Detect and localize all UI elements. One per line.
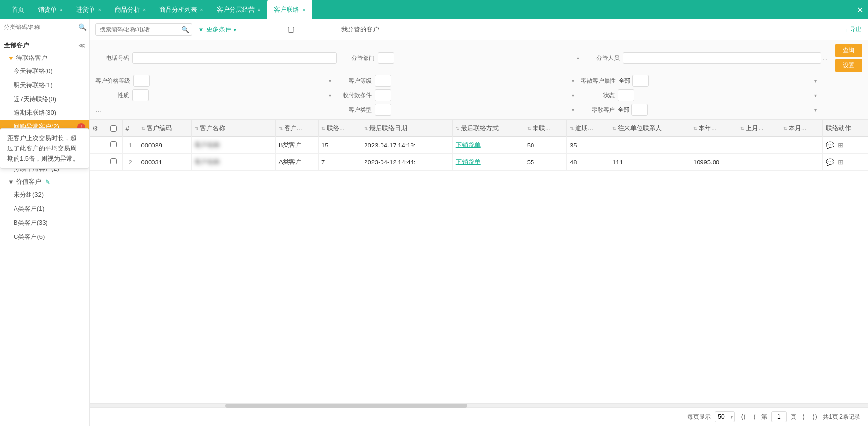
filter-price-label: 客户价格等级 bbox=[95, 77, 130, 85]
th-code[interactable]: ⇅客户编码 bbox=[138, 120, 191, 137]
sidebar-item-c-type[interactable]: C类客户(6) bbox=[0, 230, 89, 244]
manager-dots-button[interactable]: ... bbox=[821, 54, 827, 62]
contact-icon-2[interactable]: 💬 bbox=[826, 158, 834, 166]
my-customers-checkbox[interactable] bbox=[243, 27, 339, 33]
th-unit-contact[interactable]: ⇅往来单位联系人 bbox=[609, 120, 690, 137]
filter-phone-input[interactable] bbox=[132, 52, 337, 64]
search-submit-icon[interactable]: 🔍 bbox=[181, 26, 189, 33]
th-last-date[interactable]: ⇅最后联络日期 bbox=[361, 120, 453, 137]
search-input[interactable] bbox=[95, 23, 192, 36]
filter-manager-input[interactable] bbox=[623, 52, 821, 64]
sidebar-search-input[interactable] bbox=[4, 24, 76, 30]
td-no-2: 2 bbox=[122, 154, 138, 171]
sidebar-value-section[interactable]: ▼ 价值客户 ✎ bbox=[0, 176, 89, 188]
sidebar-item-ungroup[interactable]: 未分组(32) bbox=[0, 188, 89, 202]
th-last-month[interactable]: ⇅上月... bbox=[737, 120, 780, 137]
td-lastmethod-1[interactable]: 下销货单 bbox=[452, 137, 524, 154]
nav-customer-contact-close[interactable]: × bbox=[302, 7, 305, 13]
filter-price-select[interactable] bbox=[133, 75, 150, 87]
filter-retail-attr: 零散客户属性 全部 ▾ bbox=[581, 75, 820, 87]
select-all-checkbox[interactable] bbox=[110, 125, 117, 132]
row1-checkbox[interactable] bbox=[110, 141, 117, 147]
nav-customer-tier[interactable]: 客户分层经营 × bbox=[210, 0, 267, 19]
nav-sales[interactable]: 销货单 × bbox=[31, 0, 69, 19]
value-edit-icon[interactable]: ✎ bbox=[45, 178, 50, 186]
nav-product-list-close[interactable]: × bbox=[200, 7, 203, 13]
filter-customer-level-select-wrap: ▾ bbox=[375, 75, 577, 87]
th-uncontacted[interactable]: ⇅未联... bbox=[524, 120, 566, 137]
th-contact-count[interactable]: ⇅联络... bbox=[318, 120, 361, 137]
nav-home[interactable]: 首页 bbox=[5, 0, 31, 19]
last-method-link-1[interactable]: 下销货单 bbox=[456, 141, 481, 148]
sort-lastmethod-icon: ⇅ bbox=[456, 126, 459, 131]
query-button[interactable]: 查询 bbox=[835, 44, 862, 57]
filter-payment-select[interactable] bbox=[375, 89, 391, 101]
nav-product-list[interactable]: 商品分析列表 × bbox=[152, 0, 210, 19]
nav-purchase[interactable]: 进货单 × bbox=[69, 0, 107, 19]
th-this-month[interactable]: ⇅本月... bbox=[780, 120, 822, 137]
th-settings[interactable]: ⚙ bbox=[90, 120, 107, 137]
sidebar-collapse-icon[interactable]: ≪ bbox=[78, 42, 85, 49]
horizontal-scrollbar[interactable] bbox=[90, 403, 868, 407]
more-filter-button[interactable]: ▼ 更多条件 ▾ bbox=[198, 25, 237, 34]
filter-status-select[interactable] bbox=[618, 89, 634, 101]
settings-button[interactable]: 设置 bbox=[835, 59, 862, 72]
td-lastmethod-2[interactable]: 下销货单 bbox=[452, 154, 524, 171]
contact-icon-1[interactable]: 💬 bbox=[826, 141, 834, 149]
sidebar-item-today[interactable]: 今天待联络(0) bbox=[0, 64, 89, 78]
per-page-select[interactable]: 50 bbox=[715, 411, 735, 422]
row2-checkbox[interactable] bbox=[110, 158, 117, 164]
sidebar-item-7days[interactable]: 近7天待联络(0) bbox=[0, 92, 89, 106]
scrollbar-thumb[interactable] bbox=[225, 404, 467, 408]
filter-customer-type-label: 客户类型 bbox=[338, 106, 372, 114]
td-check-1[interactable] bbox=[107, 137, 122, 154]
th-this-year[interactable]: ⇅本年... bbox=[690, 120, 737, 137]
filter-retail-customer-select[interactable] bbox=[631, 104, 648, 116]
sidebar-item-overdue[interactable]: 逾期未联络(30) bbox=[0, 106, 89, 120]
page-suffix: 页 bbox=[791, 413, 796, 421]
grid-icon-2[interactable]: ⊞ bbox=[838, 158, 844, 166]
th-checkbox[interactable] bbox=[107, 120, 122, 137]
filter-dept-select[interactable] bbox=[378, 52, 394, 64]
nav-customer-contact[interactable]: 客户联络 × bbox=[267, 0, 312, 19]
th-level[interactable]: ⇅客户... bbox=[275, 120, 318, 137]
sidebar-item-a-type[interactable]: A类客户(1) bbox=[0, 202, 89, 216]
main-layout: 🔍 全部客户 ≪ ▼ 待联络客户 今天待联络(0) 明天待联络(1) 近7天待联… bbox=[0, 19, 868, 426]
first-page-button[interactable]: ⟨⟨ bbox=[739, 412, 747, 422]
extra-dots-button[interactable]: ... bbox=[95, 105, 102, 114]
customer-name-1: 客户名称 bbox=[195, 141, 220, 148]
th-overdue[interactable]: ⇅逾期... bbox=[566, 120, 609, 137]
filter-nature-select[interactable] bbox=[132, 89, 149, 101]
filter-retail-attr-select[interactable] bbox=[632, 75, 649, 87]
nav-customer-tier-close[interactable]: × bbox=[258, 7, 260, 13]
nav-sales-close[interactable]: × bbox=[60, 7, 62, 13]
grid-icon-1[interactable]: ⊞ bbox=[838, 141, 844, 149]
sort-lastmonth-icon: ⇅ bbox=[740, 126, 744, 131]
nav-purchase-close[interactable]: × bbox=[98, 7, 101, 13]
filter-customer-type-select[interactable] bbox=[375, 104, 391, 116]
filter-customer-level-select[interactable] bbox=[375, 75, 391, 87]
my-customers-checkbox-wrap[interactable]: 我分管的客户 bbox=[243, 25, 379, 34]
last-method-link-2[interactable]: 下销货单 bbox=[456, 158, 481, 165]
td-check-2[interactable] bbox=[107, 154, 122, 171]
sidebar-item-b-type[interactable]: B类客户(33) bbox=[0, 216, 89, 230]
export-button[interactable]: ↑ 导出 bbox=[845, 25, 863, 34]
filter-price-level: 客户价格等级 ▾ bbox=[95, 75, 334, 87]
filter-row-3: 性质 ▾ 收付款条件 ▾ 状态 bbox=[95, 89, 862, 101]
advanced-filters: 电话号码 分管部门 ▾ 分管人员 ... 查询 设置 bbox=[90, 40, 868, 120]
th-name[interactable]: ⇅客户名称 bbox=[191, 120, 275, 137]
page-number-input[interactable] bbox=[771, 411, 787, 422]
sidebar-pending-section[interactable]: ▼ 待联络客户 bbox=[0, 52, 89, 64]
nav-product-analysis[interactable]: 商品分析 × bbox=[108, 0, 152, 19]
sidebar-item-tomorrow[interactable]: 明天待联络(1) bbox=[0, 78, 89, 92]
last-page-button[interactable]: ⟩⟩ bbox=[810, 412, 819, 422]
window-close-button[interactable]: ✕ bbox=[857, 5, 863, 15]
next-page-button[interactable]: ⟩ bbox=[800, 412, 807, 422]
td-contact-1: 15 bbox=[318, 137, 361, 154]
sidebar-search-icon[interactable]: 🔍 bbox=[78, 23, 87, 31]
filter-nature: 性质 ▾ bbox=[95, 89, 334, 101]
prev-page-button[interactable]: ⟨ bbox=[751, 412, 758, 422]
data-table: ⚙ # ⇅客户编码 ⇅客户名称 bbox=[90, 120, 868, 171]
th-last-method[interactable]: ⇅最后联络方式 bbox=[452, 120, 524, 137]
nav-product-analysis-close[interactable]: × bbox=[143, 7, 146, 13]
